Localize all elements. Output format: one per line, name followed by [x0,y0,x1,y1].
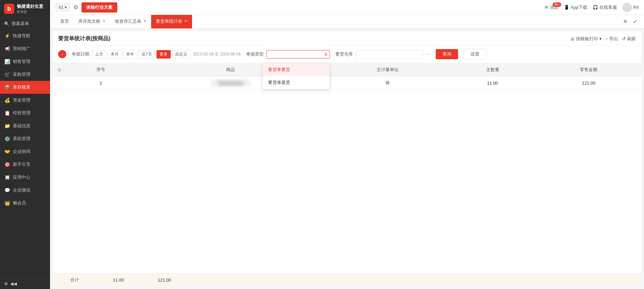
col-qty: 主数量 [449,63,536,76]
sidebar-item-marketing[interactable]: 📢 营销推广 [0,42,50,55]
app-download-btn[interactable]: 📱 App下载 [564,4,587,10]
sidebar-item-sales[interactable]: 📊 销售管理 [0,55,50,68]
filter-settings-btn[interactable]: 设置 [463,49,486,60]
sidebar-nav: ⚡ 快捷导航 📢 营销推广 📊 销售管理 🛒 采购管理 📦 库存核算 💰 资金管… [0,29,50,278]
search-icon: 🔍 [4,21,9,26]
sidebar-item-label: 企业协同 [13,149,30,155]
sidebar-item-basic[interactable]: 📁 基础信息 [0,119,50,132]
sidebar-item-inventory[interactable]: 📦 库存核算 [0,81,50,94]
warehouse-filter-input[interactable] [356,50,423,59]
tab-collect-close[interactable]: ✕ [143,19,146,23]
sidebar-item-label: 经营管理 [13,110,30,116]
sidebar-item-system[interactable]: ⚙️ 系统管理 [0,132,50,145]
appstore-icon: 🔲 [4,174,10,180]
table-row: 1 ████████ 块 11.00 121.00 [53,76,641,90]
col-unit: 主计量单位 [326,63,449,76]
sidebar-item-label: 库存核算 [13,84,30,90]
row-num: 1 [66,76,136,90]
sidebar-item-label: 新手引导 [13,161,30,168]
more-filters-btn[interactable]: ··· [426,51,430,57]
date-range-display: 2023-05-06 至 2023-06-06 [193,51,241,57]
sidebar-item-wechat[interactable]: 💬 企业微信 [0,184,50,197]
promo-btn[interactable]: 体验行业方案 [81,2,117,13]
more-dates-btn[interactable]: 更多 [157,50,171,59]
row-unit: 块 [326,76,449,90]
query-btn[interactable]: 查询 [436,49,458,59]
sidebar-item-guide[interactable]: 🎯 新手引导 [0,158,50,171]
table-footer: 合计 11.00 121.00 [53,273,641,286]
sidebar-item-label: 企业微信 [13,187,30,193]
print-label: 按模板打印 [576,36,598,42]
sidebar-item-label: 快捷导航 [13,33,30,39]
export-icon: ↑ [606,36,608,41]
collapse-label: ◀◀ [10,281,17,286]
tab-expand-area: ✕ ⤢ [622,18,639,25]
settings-gear-btn[interactable]: ⚙ [73,4,78,10]
search-menu-label: 搜索菜单 [11,21,29,27]
tab-order-stat-close[interactable]: ✕ [184,19,187,23]
refresh-label: 刷新 [627,36,636,42]
finance-icon: 💰 [4,97,10,103]
sidebar-item-purchase[interactable]: 🛒 采购管理 [0,68,50,81]
search-menu-btn[interactable]: 🔍 搜索菜单 [0,18,50,29]
sidebar-item-label: 资金管理 [13,97,30,103]
print-dropdown-icon: ▾ [599,36,602,41]
messages-btn[interactable]: ✉ 消息 99+ [545,4,558,10]
tab-batch-close[interactable]: ✕ [102,19,105,23]
type-dropdown-menu: 要货单要货 要货单退货 [262,63,330,89]
sidebar-item-label: 营销推广 [13,46,30,52]
this-month-btn[interactable]: 本月 [108,50,122,59]
sidebar-item-enterprise[interactable]: 🤝 企业协同 [0,145,50,158]
export-btn[interactable]: ↑ 导出 [606,36,618,42]
sidebar-item-member[interactable]: 👑 畅会员 [0,197,50,209]
dropdown-item-return[interactable]: 要货单退货 [263,76,330,89]
last-7-days-btn[interactable]: 近7天 [139,50,155,59]
inventory-icon: 📦 [4,84,10,90]
tab-batch[interactable]: 库存批次账 ✕ [74,15,110,28]
topbar: 41 ▾ ⚙ 体验行业方案 ✉ 消息 99+ 📱 App下载 🎧 在线客服 R [50,0,644,15]
sidebar-item-appstore[interactable]: 🔲 应用中心 [0,171,50,184]
sidebar-collapse-btn[interactable]: ⚙ ◀◀ [4,281,17,286]
service-icon: 🎧 [593,5,598,10]
this-year-btn[interactable]: 本年 [123,50,137,59]
store-name: 41 [58,5,63,10]
tab-batch-label: 库存批次账 [78,18,100,24]
filter-toggle-btn[interactable]: › [58,50,66,58]
tab-order-stat[interactable]: 要货单统计表 ✕ [151,15,192,28]
tab-collect[interactable]: 收发存汇总表 ✕ [110,15,151,28]
tab-expand-btn[interactable]: ⤢ [631,18,639,25]
marketing-icon: 📢 [4,46,10,52]
print-btn[interactable]: 🖨 按模板打印 ▾ [570,36,602,42]
operations-icon: 📋 [4,110,10,116]
user-avatar-btn[interactable]: Rit [622,3,639,12]
wechat-icon: 💬 [4,187,10,193]
last-month-btn[interactable]: 上月 [92,50,106,59]
store-selector[interactable]: 41 ▾ [55,3,70,12]
data-table: ⚙ 序号 商品 主计量单位 主数量 零售金额 1 ████████ [53,63,641,90]
topbar-left: 41 ▾ ⚙ 体验行业方案 [55,2,541,13]
export-label: 导出 [609,36,618,42]
online-service-btn[interactable]: 🎧 在线客服 [593,4,617,10]
type-filter-input[interactable] [269,50,323,58]
row-qty: 11.00 [449,76,536,90]
refresh-btn[interactable]: ↺ 刷新 [622,36,636,42]
purchase-icon: 🛒 [4,71,10,77]
tab-close-all-btn[interactable]: ✕ [622,18,629,25]
col-num: 序号 [66,63,136,76]
type-dropdown-arrow[interactable]: ∧ [324,51,328,57]
sidebar-item-finance[interactable]: 💰 资金管理 [0,94,50,107]
guide-icon: 🎯 [4,161,10,168]
sidebar-item-quick-nav[interactable]: ⚡ 快捷导航 [0,29,50,42]
user-avatar [622,3,632,12]
sales-icon: 📊 [4,59,10,65]
tab-home[interactable]: 首页 [55,15,74,28]
type-input-container: ∧ [266,50,330,59]
sidebar-item-operations[interactable]: 📋 经营管理 [0,107,50,119]
custom-date-btn[interactable]: 自定义 [172,50,190,59]
page-title: 要货单统计表(按商品) [58,35,111,42]
warehouse-filter-group: 要货仓库 ··· [335,50,430,59]
message-icon: ✉ [545,5,548,10]
column-settings-icon[interactable]: ⚙ [57,67,62,72]
date-quick-btns: 上月 本月 本年 近7天 更多 自定义 [92,50,190,59]
dropdown-item-order[interactable]: 要货单要货 [263,63,330,76]
